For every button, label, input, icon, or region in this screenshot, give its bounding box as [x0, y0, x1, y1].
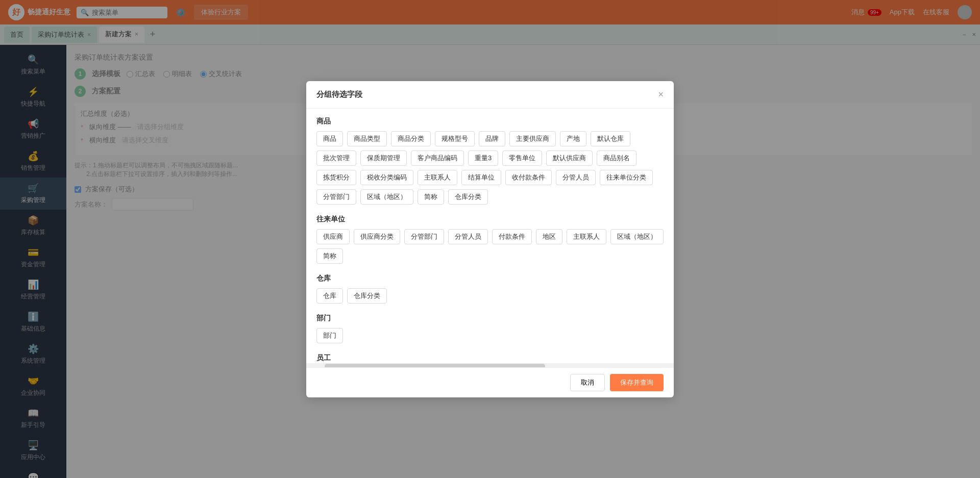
- tag-short-name-product[interactable]: 简称: [418, 189, 444, 205]
- tag-payment-cond[interactable]: 付款条件: [492, 229, 532, 244]
- tag-product-alias[interactable]: 商品别名: [597, 150, 636, 166]
- tag-partner-category[interactable]: 往来单位分类: [600, 170, 653, 185]
- tag-region-partner[interactable]: 区域（地区）: [610, 229, 664, 244]
- product-tags: 商品 商品类型 商品分类 规格型号 品牌 主要供应商 产地 默认仓库 批次管理 …: [316, 131, 664, 205]
- tag-supplier[interactable]: 供应商: [316, 229, 350, 244]
- tag-settlement-unit[interactable]: 结算单位: [461, 170, 501, 185]
- tag-expiry-mgmt[interactable]: 保质期管理: [360, 150, 407, 166]
- tag-default-supplier[interactable]: 默认供应商: [546, 150, 593, 166]
- section-employee: 员工 业务员: [316, 354, 664, 364]
- tag-region-product[interactable]: 区域（地区）: [360, 189, 413, 205]
- tag-contact-partner[interactable]: 主联系人: [567, 229, 606, 244]
- section-department: 部门 部门: [316, 314, 664, 343]
- tag-supplier-cat[interactable]: 供应商分类: [354, 229, 400, 244]
- tag-dept-partner[interactable]: 分管部门: [404, 229, 444, 244]
- section-product-title: 商品: [316, 117, 664, 126]
- department-tags: 部门: [316, 328, 664, 343]
- tag-batch-mgmt[interactable]: 批次管理: [316, 150, 356, 166]
- tag-warehouse-cat[interactable]: 仓库分类: [347, 288, 387, 304]
- section-product: 商品 商品 商品类型 商品分类 规格型号 品牌 主要供应商 产地 默认仓库 批次…: [316, 117, 664, 205]
- tag-default-warehouse[interactable]: 默认仓库: [591, 131, 630, 146]
- confirm-button[interactable]: 保存并查询: [610, 374, 664, 391]
- tag-pick-points[interactable]: 拣货积分: [316, 170, 356, 185]
- tag-main-supplier[interactable]: 主要供应商: [509, 131, 556, 146]
- modal-dialog: 分组待选字段 × 商品 商品 商品类型 商品分类 规格型号 品牌 主要供应商: [306, 81, 674, 397]
- content-area: 采购订单统计表方案设置 1 选择模板 汇总表 明细表 交叉统: [66, 45, 980, 478]
- tag-weight3[interactable]: 重量3: [468, 150, 498, 166]
- tag-area-partner[interactable]: 地区: [536, 229, 562, 244]
- section-employee-title: 员工: [316, 354, 664, 363]
- modal-body[interactable]: 商品 商品 商品类型 商品分类 规格型号 品牌 主要供应商 产地 默认仓库 批次…: [306, 109, 674, 364]
- section-warehouse-title: 仓库: [316, 274, 664, 283]
- tag-product[interactable]: 商品: [316, 131, 343, 146]
- section-partner-title: 往来单位: [316, 215, 664, 224]
- tag-payment-terms[interactable]: 收付款条件: [505, 170, 552, 185]
- tag-manager[interactable]: 分管人员: [556, 170, 596, 185]
- tag-customer-code[interactable]: 客户商品编码: [411, 150, 464, 166]
- tag-product-category[interactable]: 商品分类: [391, 131, 431, 146]
- section-department-title: 部门: [316, 314, 664, 323]
- modal-header: 分组待选字段 ×: [306, 81, 674, 109]
- tag-retail-unit[interactable]: 零售单位: [502, 150, 542, 166]
- main-layout: 🔍 搜索菜单 ⚡ 快捷导航 📢 营销推广 💰 销售管理 🛒 采购管理 📦 库存核…: [0, 45, 980, 478]
- tag-origin[interactable]: 产地: [560, 131, 586, 146]
- tag-tax-code[interactable]: 税收分类编码: [360, 170, 413, 185]
- partner-tags: 供应商 供应商分类 分管部门 分管人员 付款条件 地区 主联系人 区域（地区） …: [316, 229, 664, 264]
- tag-department[interactable]: 部门: [316, 328, 343, 343]
- tag-brand[interactable]: 品牌: [479, 131, 505, 146]
- tag-main-contact[interactable]: 主联系人: [418, 170, 457, 185]
- modal-close-button[interactable]: ×: [658, 89, 664, 100]
- tag-warehouse[interactable]: 仓库: [316, 288, 343, 304]
- modal-horizontal-scrollbar[interactable]: [306, 363, 674, 367]
- modal-hscroll-thumb: [325, 364, 545, 367]
- tag-spec-model[interactable]: 规格型号: [435, 131, 475, 146]
- tag-warehouse-cat-product[interactable]: 仓库分类: [448, 189, 488, 205]
- tag-dept-managed[interactable]: 分管部门: [316, 189, 356, 205]
- modal-footer: 取消 保存并查询: [306, 367, 674, 397]
- tag-short-partner[interactable]: 简称: [316, 248, 343, 264]
- cancel-button[interactable]: 取消: [570, 374, 605, 391]
- modal-title: 分组待选字段: [316, 90, 362, 99]
- tag-manager-partner[interactable]: 分管人员: [448, 229, 488, 244]
- section-partner: 往来单位 供应商 供应商分类 分管部门 分管人员 付款条件 地区 主联系人 区域…: [316, 215, 664, 264]
- warehouse-tags: 仓库 仓库分类: [316, 288, 664, 304]
- tag-product-type[interactable]: 商品类型: [347, 131, 387, 146]
- section-warehouse: 仓库 仓库 仓库分类: [316, 274, 664, 304]
- modal-overlay: 分组待选字段 × 商品 商品 商品类型 商品分类 规格型号 品牌 主要供应商: [66, 45, 980, 478]
